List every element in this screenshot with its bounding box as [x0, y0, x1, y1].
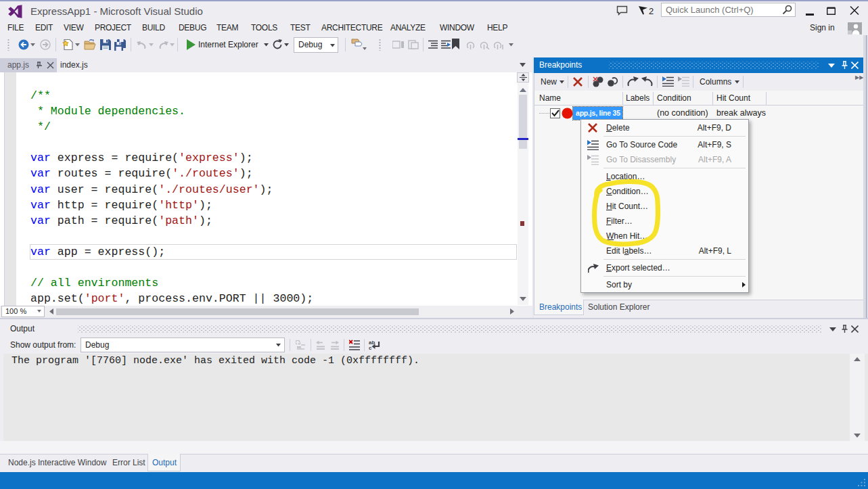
svg-text:c: c	[369, 345, 372, 350]
